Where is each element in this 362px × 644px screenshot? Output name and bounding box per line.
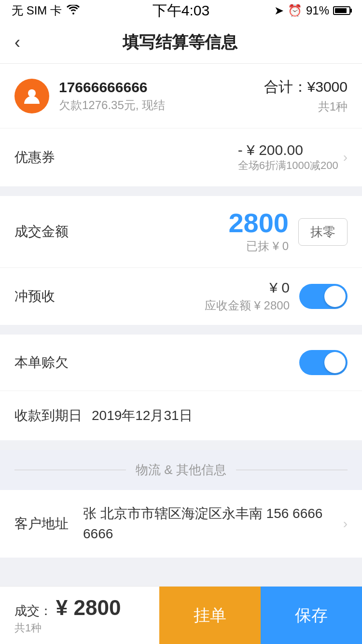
- alarm-icon: ⏰: [288, 4, 302, 17]
- bottom-deal-amount: ¥ 2800: [56, 596, 121, 619]
- carrier-text: 无 SIM 卡: [12, 3, 62, 18]
- coupon-row[interactable]: 优惠券 - ¥ 200.00 全场6折满1000减200 ›: [0, 128, 362, 186]
- address-row[interactable]: 客户地址 张 北京市市辖区海淀区永丰南 156 6666 6666 ›: [0, 490, 362, 558]
- bottom-count: 共1种: [14, 621, 145, 635]
- total-amount: 合计：¥3000: [264, 77, 348, 97]
- bottom-deal-label: 成交：: [14, 603, 52, 618]
- due-date-label: 收款到期日: [14, 406, 82, 425]
- page-title: 填写结算等信息: [30, 31, 330, 54]
- total-count: 共1种: [264, 99, 348, 114]
- prepay-receivable: 应收金额 ¥ 2800: [205, 298, 290, 313]
- location-icon: ➤: [274, 4, 284, 17]
- battery-percent: 91%: [306, 4, 329, 17]
- address-value: 张 北京市市辖区海淀区永丰南 156 6666 6666: [83, 504, 343, 544]
- logistics-line-left: [14, 470, 126, 470]
- logistics-line-right: [236, 470, 348, 470]
- prepay-row: 冲预收 ¥ 0 应收金额 ¥ 2800: [0, 268, 362, 325]
- back-button[interactable]: ‹: [14, 32, 20, 53]
- prepay-amount: ¥ 0: [205, 280, 290, 296]
- nav-bar: ‹ 填写结算等信息: [0, 21, 362, 64]
- debt-row: 本单赊欠: [0, 335, 362, 391]
- logistics-header: 物流 & 其他信息: [0, 450, 362, 490]
- status-bar: 无 SIM 卡 下午4:03 ➤ ⏰ 91%: [0, 0, 362, 21]
- coupon-discount: - ¥ 200.00: [238, 142, 338, 158]
- separator: [0, 440, 362, 450]
- logistics-title: 物流 & 其他信息: [126, 462, 236, 478]
- avatar: [14, 79, 49, 113]
- due-date-row: 收款到期日 2019年12月31日: [0, 391, 362, 440]
- prepay-toggle[interactable]: [299, 284, 348, 309]
- deal-amount-value: 2800: [228, 210, 289, 237]
- customer-phone: 17666666666: [59, 79, 165, 96]
- due-date-value: 2019年12月31日: [92, 406, 193, 425]
- coupon-detail: 全场6折满1000减200: [238, 158, 338, 173]
- coupon-label: 优惠券: [14, 148, 55, 167]
- debt-section: 本单赊欠 收款到期日 2019年12月31日: [0, 335, 362, 440]
- debt-toggle[interactable]: [299, 350, 348, 375]
- svg-point-0: [28, 89, 36, 97]
- save-button[interactable]: 保存: [261, 587, 362, 644]
- hang-order-button[interactable]: 挂单: [159, 587, 261, 644]
- debt-label: 本单赊欠: [14, 353, 69, 372]
- customer-card: 17666666666 欠款1276.35元, 现结 合计：¥3000 共1种 …: [0, 64, 362, 186]
- customer-row: 17666666666 欠款1276.35元, 现结 合计：¥3000 共1种: [0, 64, 362, 128]
- wifi-icon: [67, 4, 80, 17]
- content-area: 17666666666 欠款1276.35元, 现结 合计：¥3000 共1种 …: [0, 64, 362, 644]
- customer-debt: 欠款1276.35元, 现结: [59, 98, 165, 113]
- chevron-right-icon-address: ›: [343, 516, 348, 532]
- bottom-summary: 成交： ¥ 2800 共1种: [0, 596, 159, 635]
- status-time: 下午4:03: [153, 1, 209, 21]
- erase-button[interactable]: 抹零: [298, 218, 348, 246]
- deal-amount-section: 成交金额 2800 已抹 ¥ 0 抹零 冲预收 ¥ 0 应收金额 ¥ 2800: [0, 196, 362, 325]
- deal-amount-row: 成交金额 2800 已抹 ¥ 0 抹零: [0, 196, 362, 268]
- prepay-label: 冲预收: [14, 287, 55, 306]
- battery-icon: [333, 6, 350, 15]
- deal-amount-label: 成交金额: [14, 223, 69, 241]
- bottom-bar: 成交： ¥ 2800 共1种 挂单 保存: [0, 586, 362, 644]
- address-label: 客户地址: [14, 515, 69, 533]
- chevron-right-icon: ›: [343, 150, 348, 165]
- erased-text: 已抹 ¥ 0: [228, 238, 289, 254]
